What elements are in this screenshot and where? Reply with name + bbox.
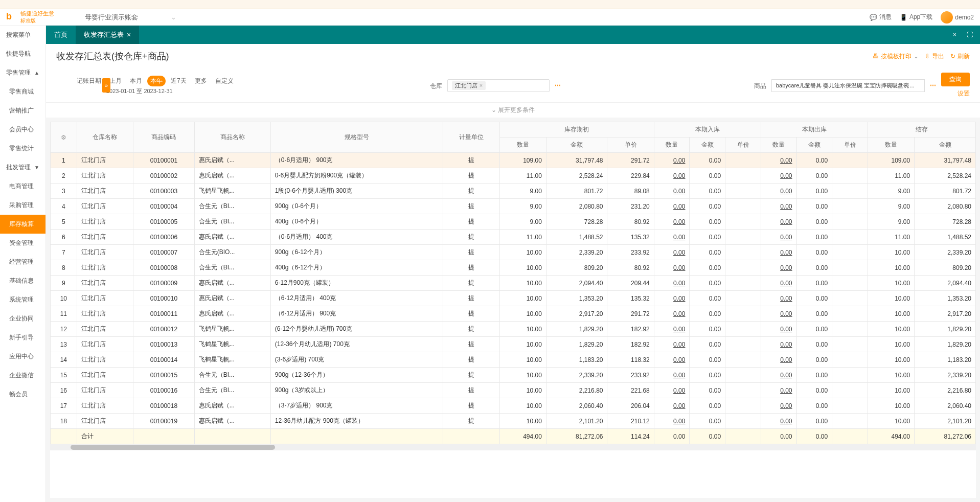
export-icon: ⇩ <box>925 53 930 60</box>
table-row[interactable]: 17江北门店00100018惠氏启赋（...（3-7岁适用） 900克提10.0… <box>51 398 976 414</box>
table-row[interactable]: 4江北门店00100004合生元（BI...900g（0-6个月）提9.002,… <box>51 199 976 214</box>
logo[interactable]: b 畅捷通好生意 标准版 <box>6 10 54 25</box>
col-code[interactable]: 商品编码 <box>133 122 195 153</box>
col-spec[interactable]: 规格型号 <box>270 122 443 153</box>
sidebar-item[interactable]: 电商管理 <box>0 177 45 196</box>
product-input[interactable]: babycare儿童餐具 婴儿注水保温碗 宝宝防摔碗吸盘碗辅食碗勺套装 雀湖绿｜… <box>771 79 925 92</box>
table-row[interactable]: 10江北门店00100010惠氏启赋（...（6-12月适用） 400克提10.… <box>51 291 976 306</box>
date-custom[interactable]: 自定义 <box>212 76 237 86</box>
sidebar-item[interactable]: 批发管理▼ <box>0 158 45 177</box>
caret-icon: ▲ <box>34 70 39 76</box>
query-button[interactable]: 查询 <box>941 73 970 86</box>
sidebar-item[interactable]: 采购管理 <box>0 196 45 215</box>
table-row[interactable]: 16江北门店00100016合生元（BI...900g（3岁或以上）提10.00… <box>51 383 976 398</box>
sidebar-item[interactable]: 零售商城 <box>0 82 45 101</box>
collapse-filter-button[interactable]: » <box>102 78 110 93</box>
account-selector[interactable]: 母婴行业演示账套 ⌄ <box>85 13 176 22</box>
product-label: 商品 <box>754 81 766 90</box>
warehouse-label: 仓库 <box>430 81 442 90</box>
table-row[interactable]: 8江北门店00100008合生元（BI...400g（6-12个月）提10.00… <box>51 260 976 276</box>
date-last7[interactable]: 近7天 <box>168 76 190 86</box>
total-row: 合计 494.0081,272.06114.24 0.000.00 0.000.… <box>51 429 976 444</box>
sidebar-quicknav[interactable]: 快捷导航 <box>0 44 45 63</box>
date-this-month[interactable]: 本月 <box>127 76 145 86</box>
message-icon: 💬 <box>870 14 877 21</box>
close-icon[interactable]: × <box>127 31 131 39</box>
settings-button[interactable]: 设置 <box>958 89 970 98</box>
product-more-icon[interactable]: ⋯ <box>930 82 936 89</box>
sidebar-item[interactable]: 应用中心 <box>0 347 45 366</box>
table-row[interactable]: 18江北门店00100019惠氏启赋（...12-36月幼儿配方 900克（罐装… <box>51 414 976 429</box>
print-icon: 🖶 <box>873 53 879 60</box>
tabs-bar: 首页 收发存汇总表 × × ⛶ <box>46 26 980 44</box>
sidebar-item[interactable]: 企业协同 <box>0 309 45 328</box>
sidebar-item[interactable]: 会员中心 <box>0 120 45 139</box>
sidebar-item[interactable]: 资金管理 <box>0 234 45 253</box>
expand-more-filters[interactable]: ⌄ 展开更多条件 <box>46 102 980 118</box>
avatar <box>941 11 953 24</box>
date-this-year[interactable]: 本年 <box>147 76 166 86</box>
table-row[interactable]: 14江北门店00100014飞鹤星飞帆...(3-6岁适用) 700克提10.0… <box>51 352 976 368</box>
phone-icon: 📱 <box>900 14 907 21</box>
col-group-initial: 库存期初 <box>499 122 654 138</box>
page-header: 收发存汇总表(按仓库+商品) 🖶按模板打印 ⌄ ⇩导出 ↻刷新 <box>46 44 980 69</box>
scroll-thumb[interactable] <box>71 445 275 450</box>
close-icon[interactable]: × <box>480 82 483 88</box>
print-button[interactable]: 🖶按模板打印 ⌄ <box>873 52 919 61</box>
table-row[interactable]: 7江北门店00100007合生元(BIO...900g（6-12个月）提10.0… <box>51 245 976 260</box>
table-row[interactable]: 2江北门店00100002惠氏启赋（...0-6月婴儿配方奶粉900克（罐装）提… <box>51 168 976 184</box>
sidebar-search[interactable]: 搜索菜单 <box>0 26 45 44</box>
refresh-icon: ↻ <box>950 53 955 60</box>
table-row[interactable]: 13江北门店00100013飞鹤星飞帆...(12-36个月幼儿适用) 700克… <box>51 337 976 352</box>
logo-badge: 标准版 <box>20 17 54 25</box>
col-group-in: 本期入库 <box>654 122 761 138</box>
col-name[interactable]: 商品名称 <box>194 122 270 153</box>
data-table-container: ⚙ 仓库名称 商品编码 商品名称 规格型号 计量单位 库存期初 本期入库 本期出… <box>50 122 976 498</box>
logo-icon: b <box>6 11 18 24</box>
table-row[interactable]: 12江北门店00100012飞鹤星飞帆...(6-12个月婴幼儿适用) 700克… <box>51 322 976 337</box>
sidebar-item[interactable]: 新手引导 <box>0 328 45 347</box>
refresh-button[interactable]: ↻刷新 <box>950 52 970 61</box>
table-row[interactable]: 11江北门店00100011惠氏启赋（...（6-12月适用） 900克提10.… <box>51 306 976 322</box>
table-row[interactable]: 15江北门店00100015合生元（BI...900g（12-36个月）提10.… <box>51 368 976 383</box>
filter-bar: » 记账日期 上月 本月 本年 近7天 更多 自定义 2023-01-01 至 … <box>46 69 980 102</box>
table-row[interactable]: 6江北门店00100006惠氏启赋（...（0-6月适用） 400克提11.00… <box>51 230 976 245</box>
table-row[interactable]: 5江北门店00100005合生元（BI...400g（0-6个月）提9.0072… <box>51 214 976 230</box>
tab-close-all-icon[interactable]: × <box>950 29 960 40</box>
warehouse-more-icon[interactable]: ⋯ <box>555 82 561 89</box>
browser-chrome-bar <box>0 0 980 9</box>
date-range: 2023-01-01 至 2023-12-31 <box>106 87 237 95</box>
warehouse-tag: 江北门店× <box>452 81 486 90</box>
table-row[interactable]: 1江北门店00100001惠氏启赋（...（0-6月适用） 900克提109.0… <box>51 153 976 168</box>
table-row[interactable]: 3江北门店00100003飞鹤星飞帆...1段(0-6个月婴儿适用) 300克提… <box>51 184 976 199</box>
col-group-out: 本期出库 <box>761 122 868 138</box>
date-more[interactable]: 更多 <box>192 76 210 86</box>
warehouse-input[interactable]: 江北门店× <box>447 79 550 92</box>
sidebar-item[interactable]: 库存核算 <box>0 215 45 234</box>
export-button[interactable]: ⇩导出 <box>925 52 944 61</box>
sidebar-item[interactable]: 零售管理▲ <box>0 63 45 82</box>
logo-text: 畅捷通好生意 <box>20 10 54 17</box>
sidebar-item[interactable]: 营销推广 <box>0 101 45 120</box>
horizontal-scrollbar[interactable] <box>50 444 976 450</box>
user-menu[interactable]: demo2 <box>941 11 974 24</box>
tab-summary[interactable]: 收发存汇总表 × <box>76 26 139 44</box>
gear-icon[interactable]: ⚙ <box>61 134 66 141</box>
sidebar-item[interactable]: 系统管理 <box>0 290 45 309</box>
sidebar-item[interactable]: 基础信息 <box>0 271 45 290</box>
col-unit[interactable]: 计量单位 <box>443 122 500 153</box>
caret-icon: ▼ <box>34 165 39 170</box>
data-table: ⚙ 仓库名称 商品编码 商品名称 规格型号 计量单位 库存期初 本期入库 本期出… <box>50 122 976 444</box>
col-warehouse[interactable]: 仓库名称 <box>77 122 133 153</box>
table-row[interactable]: 9江北门店00100009惠氏启赋（...6-12月900克（罐装）提10.00… <box>51 276 976 291</box>
sidebar-item[interactable]: 企业微信 <box>0 366 45 385</box>
main-area: 首页 收发存汇总表 × × ⛶ 收发存汇总表(按仓库+商品) 🖶按模板打印 ⌄ … <box>46 26 980 502</box>
sidebar-item[interactable]: 零售统计 <box>0 139 45 158</box>
sidebar-item[interactable]: 畅会员 <box>0 385 45 404</box>
messages-link[interactable]: 💬消息 <box>870 13 892 21</box>
col-group-balance: 结存 <box>868 122 975 138</box>
tab-home[interactable]: 首页 <box>46 26 76 44</box>
sidebar-item[interactable]: 经营管理 <box>0 253 45 271</box>
app-download-link[interactable]: 📱App下载 <box>900 13 932 21</box>
fullscreen-icon[interactable]: ⛶ <box>964 29 976 40</box>
